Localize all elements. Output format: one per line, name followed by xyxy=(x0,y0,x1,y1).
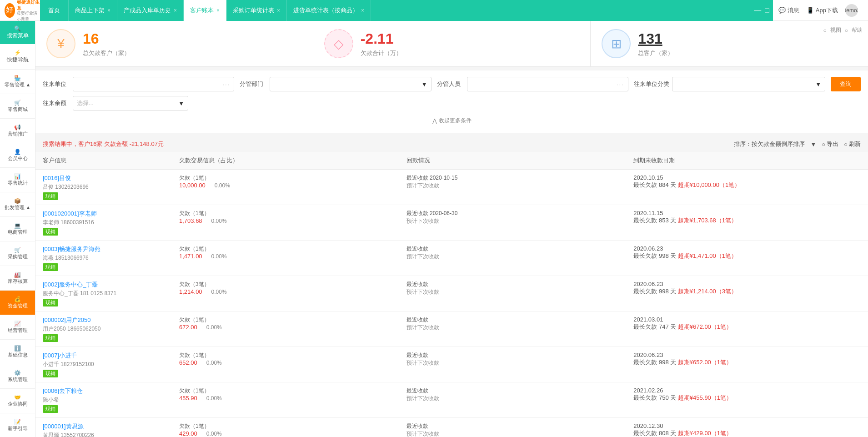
overdue-amount-2[interactable]: 超期¥1,471.00（1笔） xyxy=(678,252,737,259)
tab-home[interactable]: 首页 xyxy=(40,0,69,21)
filter-select-category[interactable]: ▼ xyxy=(672,77,825,91)
message-button[interactable]: 💬 消息 xyxy=(778,6,799,15)
sidebar-item-new-guide[interactable]: 📝新手引导 xyxy=(0,413,35,437)
customer-name-4[interactable]: [000002]用户2050 xyxy=(43,316,179,324)
tab-purchase-product-stats[interactable]: 进货单统计表（按商品）× xyxy=(287,0,371,21)
filter-select-dept[interactable]: ▼ xyxy=(270,77,431,91)
sidebar-icon-member-center: 👤 xyxy=(2,149,33,155)
sidebar-label-enterprise: 企业协同 xyxy=(2,401,33,407)
filter-area: 往来单位 ··· 分管部门 ▼ 分管人员 · xyxy=(35,70,868,133)
collapse-row[interactable]: ⋀ 收起更多条件 xyxy=(43,115,861,126)
overdue-amount-6[interactable]: 超期¥455.90（1笔） xyxy=(678,394,732,401)
refresh-label: 刷新 xyxy=(849,140,861,148)
table-row: [000001]黄思源 黄思源 13552700226 现销 欠款（1笔） 42… xyxy=(35,418,868,437)
overdue-days-0: 最长欠款 884 天 超期¥10,000.00（1笔） xyxy=(633,181,861,189)
avatar[interactable]: demo2 xyxy=(845,4,858,17)
overdue-amount-5[interactable]: 超期¥652.00（1笔） xyxy=(678,359,732,366)
maximize-button[interactable]: □ xyxy=(765,6,769,15)
sidebar-item-retail-store[interactable]: 🛒零售商城 xyxy=(0,94,35,119)
app-download-button[interactable]: 📱 App下载 xyxy=(807,6,838,15)
table-row: [0007]小进千 小进千 18279152100 现销 欠款（1笔） 652.… xyxy=(35,347,868,382)
sidebar-item-nav[interactable]: ⚡ 快捷导航 xyxy=(0,44,35,70)
table-row: [0016]吕俊 吕俊 13026203696 现销 欠款（1笔） 10,000… xyxy=(35,170,868,205)
tab-product-history[interactable]: 产成品入库单历史× xyxy=(117,0,184,21)
debt-desc-6: 欠款（1笔） xyxy=(179,387,406,395)
overdue-amount-7[interactable]: 超期¥429.00（1笔） xyxy=(678,430,732,437)
status-tag-0: 现销 xyxy=(43,192,58,200)
filter-input-unit[interactable]: ··· xyxy=(73,77,234,91)
debt-amount-6: 455.90 xyxy=(179,395,197,402)
tab-close-product-history[interactable]: × xyxy=(174,7,177,14)
filter-label-dept: 分管部门 xyxy=(240,80,267,88)
sidebar: 🔍 搜索菜单 ⚡ 快捷导航 🏪零售管理 ▲🛒零售商城📢营销推广👤会员中心📊零售统… xyxy=(0,21,35,437)
filter-row-1: 往来单位 ··· 分管部门 ▼ 分管人员 · xyxy=(43,77,861,91)
sidebar-item-member-center[interactable]: 👤会员中心 xyxy=(0,143,35,168)
sidebar-item-batch-mgmt[interactable]: 📦批发管理 ▲ xyxy=(0,192,35,217)
customer-name-6[interactable]: [0006]去下粮仓 xyxy=(43,387,179,395)
sidebar-nav-label: 快捷导航 xyxy=(2,56,33,64)
tab-customer-account[interactable]: 客户账本× xyxy=(184,0,226,21)
sidebar-item-basic-info[interactable]: ℹ️基础信息 xyxy=(0,340,35,364)
view-label[interactable]: 视图 xyxy=(830,26,841,34)
last-collection-6: 最近收款 xyxy=(406,387,634,395)
sidebar-item-purchase-mgmt[interactable]: 🛒采购管理 xyxy=(0,241,35,266)
header-right: 💬 消息 📱 App下载 demo2 xyxy=(773,4,863,17)
sidebar-icon-finance-mgmt: 💰 xyxy=(2,296,33,302)
sidebar-item-enterprise[interactable]: 🤝企业协同 xyxy=(0,389,35,413)
overdue-amount-4[interactable]: 超期¥672.00（1笔） xyxy=(678,323,732,330)
overdue-amount-0[interactable]: 超期¥10,000.00（1笔） xyxy=(678,181,740,188)
status-tag-2: 现销 xyxy=(43,263,58,271)
overdue-days-6: 最长欠款 750 天 超期¥455.90（1笔） xyxy=(633,394,861,402)
filter-select-balance[interactable]: 选择... ▼ xyxy=(73,96,188,111)
table-rows: [0016]吕俊 吕俊 13026203696 现销 欠款（1笔） 10,000… xyxy=(35,170,868,437)
sidebar-item-finance-mgmt[interactable]: 💰资金管理 xyxy=(0,291,35,315)
customer-name-1[interactable]: [0001020001]李老师 xyxy=(43,210,179,218)
tab-close-purchase-stats[interactable]: × xyxy=(277,7,280,14)
sidebar-item-business-mgmt[interactable]: 📈经营管理 xyxy=(0,315,35,340)
sidebar-item-marketing[interactable]: 📢营销推广 xyxy=(0,119,35,143)
tab-close-purchase-product-stats[interactable]: × xyxy=(361,7,364,14)
table-header: 客户信息 欠款交易信息（占比） 回款情况 到期未收款日期 xyxy=(35,152,868,170)
sidebar-label-member-center: 会员中心 xyxy=(2,155,33,162)
status-tag-5: 现销 xyxy=(43,370,58,377)
customer-info-5: [0007]小进千 小进千 18279152100 现销 xyxy=(43,352,179,377)
customer-name-5[interactable]: [0007]小进千 xyxy=(43,352,179,360)
sidebar-item-system-mgmt[interactable]: ⚙️系统管理 xyxy=(0,364,35,389)
debt-info-4: 欠款（1笔） 672.00 0.00% xyxy=(179,316,406,342)
customer-name-7[interactable]: [000001]黄思源 xyxy=(43,422,179,431)
customer-name-0[interactable]: [0016]吕俊 xyxy=(43,174,179,182)
sidebar-item-retail-stats[interactable]: 📊零售统计 xyxy=(0,168,35,192)
collection-info-2: 最近收款 预计下次收款 xyxy=(406,245,634,271)
tab-product-offline[interactable]: 商品上下架× xyxy=(69,0,117,21)
due-date-4: 2021.03.01 xyxy=(633,316,861,323)
sidebar-item-ecommerce[interactable]: 💻电商管理 xyxy=(0,217,35,241)
overdue-days-7: 最长欠款 808 天 超期¥429.00（1笔） xyxy=(633,429,861,437)
sidebar-item-retail-mgmt[interactable]: 🏪零售管理 ▲ xyxy=(0,70,35,94)
tab-close-product-offline[interactable]: × xyxy=(107,7,110,14)
sidebar-item-inventory[interactable]: 🏭库存核算 xyxy=(0,266,35,291)
export-button[interactable]: ○ 导出 xyxy=(822,140,838,148)
search-button[interactable]: 查询 xyxy=(831,77,861,91)
customer-name-3[interactable]: [0002]服务中心_丁磊 xyxy=(43,281,179,289)
nav-icon: ⚡ xyxy=(2,50,33,56)
app-subtitle: 母婴行业演示账套 xyxy=(17,11,40,21)
overdue-amount-3[interactable]: 超期¥1,214.00（3笔） xyxy=(678,288,737,295)
overdue-info-4: 2021.03.01 最长欠款 747 天 超期¥672.00（1笔） xyxy=(633,316,861,342)
minimize-button[interactable]: — xyxy=(754,6,761,15)
sidebar-search[interactable]: 🔍 搜索菜单 xyxy=(0,21,35,44)
tab-purchase-stats[interactable]: 采购订单统计表× xyxy=(226,0,287,21)
filter-arrow-balance: ▼ xyxy=(178,100,184,107)
sidebar-icon-enterprise: 🤝 xyxy=(2,394,33,401)
filter-item-person: 分管人员 ··· xyxy=(437,77,628,91)
tab-close-customer-account[interactable]: × xyxy=(216,7,220,14)
debt-amount-0: 10,000.00 xyxy=(179,182,206,189)
overdue-days-5: 最长欠款 998 天 超期¥652.00（1笔） xyxy=(633,358,861,367)
collection-info-5: 最近收款 预计下次收款 xyxy=(406,352,634,377)
help-label[interactable]: 帮助 xyxy=(852,26,863,34)
refresh-button[interactable]: ○ 刷新 xyxy=(844,140,861,148)
tab-label-product-history: 产成品入库单历史 xyxy=(124,6,171,15)
collection-info-6: 最近收款 预计下次收款 xyxy=(406,387,634,413)
filter-input-person[interactable]: ··· xyxy=(467,77,628,91)
customer-name-2[interactable]: [0003]畅捷服务尹海燕 xyxy=(43,245,179,253)
overdue-amount-1[interactable]: 超期¥1,703.68（1笔） xyxy=(678,217,737,224)
